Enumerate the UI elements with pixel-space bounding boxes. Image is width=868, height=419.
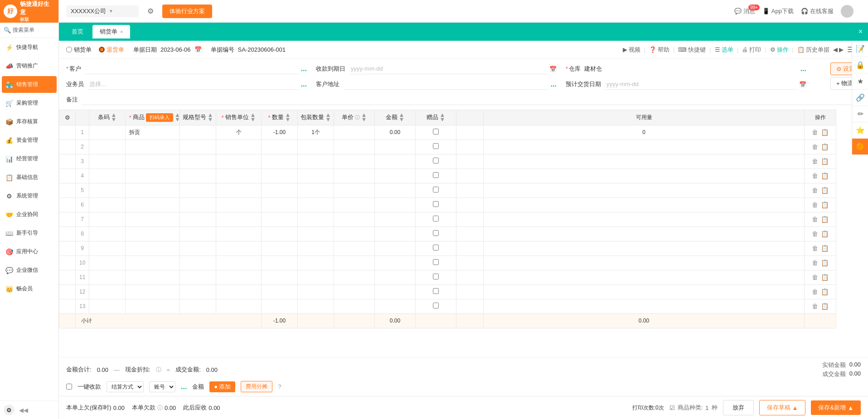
delete-row-btn-10[interactable]: 🗑 xyxy=(812,259,818,266)
right-panel-note-btn[interactable]: 📝 xyxy=(852,41,868,57)
shortcut-btn[interactable]: ⌨ 快捷键 xyxy=(678,46,706,54)
gift-checkbox-2[interactable] xyxy=(433,143,439,149)
save-new-btn[interactable]: 保存&新增 ▲ xyxy=(811,400,861,415)
gift-checkbox-3[interactable] xyxy=(433,158,439,164)
history-order-btn[interactable]: 📋 历史单据 xyxy=(797,46,829,54)
gift-checkbox-6[interactable] xyxy=(433,201,439,207)
date-picker-icon[interactable]: 📅 xyxy=(194,46,202,53)
gift-checkbox-5[interactable] xyxy=(433,187,439,193)
sidebar-item-sales[interactable]: 🏪 销售管理 xyxy=(2,76,57,93)
radio-sales-order[interactable]: 销货单 xyxy=(66,46,92,54)
copy-row-btn-3[interactable]: 📋 xyxy=(821,158,829,165)
copy-row-btn-5[interactable]: 📋 xyxy=(821,187,829,194)
th-qty[interactable]: * 数量 ▲▼ xyxy=(262,110,298,125)
sidebar-item-basic-info[interactable]: 📋 基础信息 xyxy=(2,169,57,186)
th-unit[interactable]: * 销售单位 ▲▼ xyxy=(216,110,262,125)
delete-row-btn-5[interactable]: 🗑 xyxy=(812,187,818,194)
delete-row-btn-13[interactable]: 🗑 xyxy=(812,303,818,310)
gift-checkbox-12[interactable] xyxy=(433,288,439,294)
sidebar-item-marketing[interactable]: 📣 营销推广 xyxy=(2,58,57,74)
right-panel-star-btn[interactable]: ⭐ xyxy=(852,122,868,139)
copy-row-btn-11[interactable]: 📋 xyxy=(821,274,829,281)
sidebar-item-wechat[interactable]: 💬 企业微信 xyxy=(2,262,57,279)
app-download-btn[interactable]: 📱 App下载 xyxy=(762,7,794,15)
warehouse-dots-btn[interactable]: ... xyxy=(800,65,806,73)
col-settings-icon[interactable]: ⚙ xyxy=(65,114,70,121)
right-panel-orange-btn[interactable]: 🟠 xyxy=(852,139,868,155)
message-btn[interactable]: 💬 消息 99+ xyxy=(734,7,755,15)
radio-return-order[interactable]: 退货单 xyxy=(99,46,124,54)
account-dots-btn[interactable]: ... xyxy=(181,383,187,391)
copy-row-btn-7[interactable]: 📋 xyxy=(821,216,829,223)
right-panel-link-btn[interactable]: 🔗 xyxy=(852,90,868,106)
copy-row-btn-13[interactable]: 📋 xyxy=(821,303,829,310)
print-btn[interactable]: 🖨 打印 xyxy=(742,46,761,54)
copy-row-btn-8[interactable]: 📋 xyxy=(821,230,829,237)
delete-row-btn-2[interactable]: 🗑 xyxy=(812,143,818,150)
right-panel-edit-btn[interactable]: ✏ xyxy=(852,106,868,122)
tab-sales-order[interactable]: 销货单 × xyxy=(92,25,130,39)
help-btn[interactable]: ❓ 帮助 xyxy=(649,46,669,54)
sidebar-item-inventory[interactable]: 📦 库存核算 xyxy=(2,113,57,130)
gift-checkbox-1[interactable] xyxy=(433,129,439,135)
sidebar-item-operations[interactable]: 📊 经营管理 xyxy=(2,150,57,167)
th-amount[interactable]: 金额 ▲▼ xyxy=(375,110,416,125)
th-price[interactable]: 单价 ⓘ ▲▼ xyxy=(334,110,375,125)
footer-help-icon[interactable]: ? xyxy=(278,383,281,390)
customer-input[interactable] xyxy=(85,63,299,74)
delete-row-btn-8[interactable]: 🗑 xyxy=(812,230,818,237)
gift-checkbox-8[interactable] xyxy=(433,230,439,236)
copy-row-btn-1[interactable]: 📋 xyxy=(821,129,829,136)
settle-method-select[interactable]: 结算方式 xyxy=(107,381,144,392)
sidebar-item-finance[interactable]: 💰 资金管理 xyxy=(2,132,57,149)
gift-checkbox-4[interactable] xyxy=(433,172,439,178)
copy-row-btn-4[interactable]: 📋 xyxy=(821,172,829,179)
expected-date-calendar-icon[interactable]: 📅 xyxy=(799,81,806,88)
expected-date-input[interactable] xyxy=(605,79,797,90)
expense-split-btn[interactable]: 费用分摊 xyxy=(241,381,272,392)
salesman-input[interactable] xyxy=(87,79,299,90)
delete-row-btn-3[interactable]: 🗑 xyxy=(812,158,818,165)
experience-btn[interactable]: 体验行业方案 xyxy=(162,5,212,18)
sidebar-item-system[interactable]: ⚙ 系统管理 xyxy=(2,188,57,204)
one-click-collect-checkbox[interactable] xyxy=(66,384,72,390)
prev-btn[interactable]: ◀ xyxy=(833,46,838,53)
delete-row-btn-11[interactable]: 🗑 xyxy=(812,274,818,281)
menu-select-btn[interactable]: ☰ 选单 xyxy=(715,46,733,54)
delete-row-btn-7[interactable]: 🗑 xyxy=(812,216,818,223)
sidebar-item-guide[interactable]: 📖 新手引导 xyxy=(2,225,57,241)
sidebar-item-app-center[interactable]: 🎯 应用中心 xyxy=(2,243,57,260)
topbar-settings-btn[interactable]: ⚙ xyxy=(144,5,157,18)
tab-home[interactable]: 首页 xyxy=(64,25,91,39)
scan-barcode-btn[interactable]: 扫码录入 xyxy=(146,113,173,122)
next-btn[interactable]: ▶ xyxy=(839,46,844,53)
sidebar-item-quick-nav[interactable]: ⚡ 快捷导航 xyxy=(2,39,57,56)
operation-btn[interactable]: ⚙ 操作 xyxy=(770,46,789,54)
salesman-dots-btn[interactable]: ... xyxy=(301,80,307,88)
delete-row-btn-6[interactable]: 🗑 xyxy=(812,201,818,208)
copy-row-btn-2[interactable]: 📋 xyxy=(821,143,829,150)
delete-row-btn-12[interactable]: 🗑 xyxy=(812,288,818,295)
delete-row-btn-4[interactable]: 🗑 xyxy=(812,172,818,179)
copy-row-btn-10[interactable]: 📋 xyxy=(821,259,829,266)
customer-addr-input[interactable] xyxy=(343,79,549,90)
price-info-icon[interactable]: ⓘ xyxy=(355,114,360,121)
company-selector[interactable]: XXXXXX公司 ▼ xyxy=(66,5,139,17)
gift-checkbox-9[interactable] xyxy=(433,245,439,250)
sidebar-item-purchase[interactable]: 🛒 采购管理 xyxy=(2,95,57,111)
account-select[interactable]: 账号 xyxy=(149,381,175,392)
payment-due-calendar-icon[interactable]: 📅 xyxy=(549,66,557,72)
copy-row-btn-9[interactable]: 📋 xyxy=(821,245,829,252)
sidebar-collapse-btn[interactable]: ◀◀ xyxy=(18,405,29,415)
save-draft-btn[interactable]: 保存草稿 ▲ xyxy=(759,400,806,415)
th-pack-qty[interactable]: 包装数量 ▲▼ xyxy=(298,110,334,125)
video-help-btn[interactable]: ▶ 视频 xyxy=(623,46,640,54)
tab-close-btn[interactable]: × xyxy=(120,29,123,34)
th-product[interactable]: * 商品 扫码录入 ▲▼ xyxy=(126,110,180,125)
delete-row-btn-1[interactable]: 🗑 xyxy=(812,129,818,136)
customer-addr-dots-btn[interactable]: ... xyxy=(551,80,557,88)
payment-due-input[interactable] xyxy=(349,63,548,74)
search-menu[interactable]: 🔍 搜索菜单 xyxy=(0,23,58,38)
gift-checkbox-11[interactable] xyxy=(433,274,439,279)
customer-dots-btn[interactable]: ... xyxy=(301,65,307,73)
